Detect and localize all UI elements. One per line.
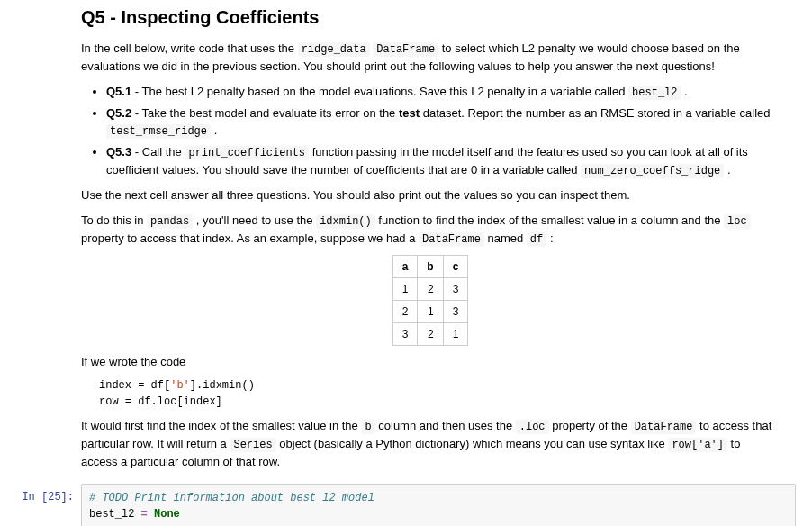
q52-item: Q5.2 - Take the best model and evaluate …	[106, 104, 780, 141]
cell-prompt: In [25]:	[16, 484, 81, 505]
table-row: 3 2 1	[392, 322, 468, 345]
code-cell: In [25]: # TODO Print information about …	[16, 484, 796, 527]
question-list: Q5.1 - The best L2 penalty based on the …	[81, 83, 780, 180]
table-row: 1 2 3	[392, 277, 468, 300]
explain-paragraph: It would first find the index of the sma…	[81, 417, 780, 471]
wrote-code-paragraph: If we wrote the code	[81, 353, 780, 371]
intro-paragraph: In the cell below, write code that uses …	[81, 40, 780, 76]
use-next-paragraph: Use the next cell answer all three quest…	[81, 186, 780, 204]
example-code-block: index = df['b'].idxmin() row = df.loc[in…	[99, 377, 780, 410]
code-print-coeffs: print_coefficients	[185, 146, 309, 160]
code-best-l2: best_l2	[628, 86, 681, 100]
code-ridge-data: ridge_data	[298, 42, 370, 57]
code-num-zero: num_zero_coeffs_ridge	[581, 164, 724, 178]
markdown-cell: Q5 - Inspecting Coefficients In the cell…	[81, 4, 780, 471]
q51-item: Q5.1 - The best L2 penalty based on the …	[106, 83, 780, 101]
page-title: Q5 - Inspecting Coefficients	[81, 4, 780, 31]
q53-item: Q5.3 - Call the print_coefficients funct…	[106, 143, 780, 179]
example-dataframe-table: a b c 1 2 3 2 1 3 3 2 1	[392, 255, 469, 346]
code-dataframe: DataFrame	[373, 42, 438, 57]
code-input-area[interactable]: # TODO Print information about best l2 m…	[81, 484, 796, 527]
table-row: 2 1 3	[392, 300, 468, 322]
code-test-rmse: test_rmse_ridge	[106, 124, 211, 139]
pandas-paragraph: To do this in pandas , you'll need to us…	[81, 212, 780, 248]
